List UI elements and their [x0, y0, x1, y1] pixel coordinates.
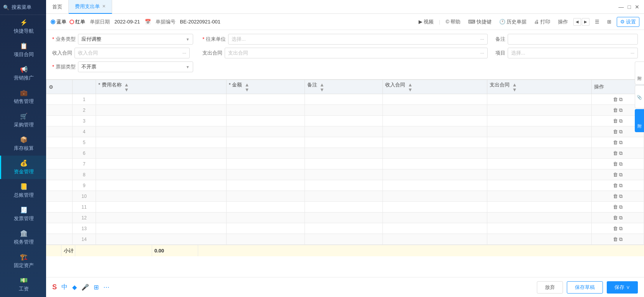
sidebar-item-invoice[interactable]: 🧾 发票管理	[0, 202, 46, 226]
row-copy-icon[interactable]: ⧉	[619, 172, 622, 178]
row-name-cell[interactable]	[96, 126, 227, 137]
col-settings-header[interactable]: ⚙	[46, 80, 73, 94]
row-income-cell[interactable]	[383, 234, 487, 245]
row-expense-cell[interactable]	[487, 180, 592, 191]
row-name-cell[interactable]	[96, 212, 227, 223]
history-btn[interactable]: 🕐 历史单据	[497, 18, 529, 26]
float-tab-3[interactable]: 附	[635, 109, 644, 132]
operation-btn[interactable]: 操作	[556, 18, 570, 26]
radio-blue[interactable]: 蓝单	[51, 18, 66, 25]
nav-next[interactable]: ▶	[582, 18, 589, 26]
row-income-cell[interactable]	[383, 94, 487, 105]
row-expense-cell[interactable]	[487, 212, 592, 223]
print-btn[interactable]: 🖨 打印	[532, 18, 553, 26]
row-delete-icon[interactable]: 🗑	[613, 150, 618, 156]
col-expense-header[interactable]: 支出合同 ▲▼	[487, 80, 592, 94]
sidebar-item-capital[interactable]: 💰 资金管理	[0, 156, 46, 179]
col-amount-sort[interactable]: ▲▼	[245, 82, 250, 92]
row-copy-icon[interactable]: ⧉	[619, 204, 622, 210]
row-name-cell[interactable]	[96, 180, 227, 191]
tab-expense[interactable]: 费用支出单 ✕	[69, 0, 112, 14]
row-copy-icon[interactable]: ⧉	[619, 139, 622, 145]
video-btn[interactable]: ▶ 视频	[416, 18, 436, 26]
row-note-cell[interactable]	[305, 105, 383, 116]
row-delete-icon[interactable]: 🗑	[613, 226, 618, 231]
row-expense-cell[interactable]	[487, 116, 592, 126]
sidebar-item-inventory[interactable]: 📦 库存核算	[0, 132, 46, 156]
row-name-cell[interactable]	[96, 169, 227, 180]
row-delete-icon[interactable]: 🗑	[613, 215, 618, 221]
row-copy-icon[interactable]: ⧉	[619, 150, 622, 156]
project-input[interactable]: 选择... ···	[508, 48, 638, 58]
row-income-cell[interactable]	[383, 126, 487, 137]
diamond-icon[interactable]: ◆	[72, 284, 77, 291]
row-amount-cell[interactable]	[226, 202, 305, 212]
row-amount-cell[interactable]	[226, 223, 305, 234]
float-tab-2[interactable]: 📎	[635, 85, 644, 108]
row-delete-icon[interactable]: 🗑	[613, 172, 618, 178]
sidebar-item-accounting[interactable]: 📒 总账管理	[0, 179, 46, 202]
row-expense-cell[interactable]	[487, 105, 592, 116]
row-name-cell[interactable]	[96, 148, 227, 159]
row-note-cell[interactable]	[305, 191, 383, 202]
row-amount-cell[interactable]	[226, 126, 305, 137]
row-expense-cell[interactable]	[487, 169, 592, 180]
minimize-btn[interactable]: —	[619, 4, 624, 10]
row-note-cell[interactable]	[305, 169, 383, 180]
sidebar-item-sales[interactable]: 💼 销售管理	[0, 85, 46, 109]
dots-bottom-icon[interactable]: ⋯	[103, 284, 109, 291]
save-button[interactable]: 保存 ∨	[607, 281, 638, 294]
note-input[interactable]	[508, 34, 638, 45]
row-delete-icon[interactable]: 🗑	[613, 129, 618, 134]
sidebar-item-quick-nav[interactable]: ⚡ 快捷导航	[0, 15, 46, 38]
shuang-logo-icon[interactable]: S	[52, 283, 57, 291]
row-delete-icon[interactable]: 🗑	[613, 118, 618, 124]
row-delete-icon[interactable]: 🗑	[613, 193, 618, 199]
row-delete-icon[interactable]: 🗑	[613, 204, 618, 210]
row-copy-icon[interactable]: ⧉	[619, 236, 622, 242]
row-income-cell[interactable]	[383, 169, 487, 180]
row-copy-icon[interactable]: ⧉	[619, 193, 622, 199]
nav-prev[interactable]: ◀	[573, 18, 581, 26]
row-delete-icon[interactable]: 🗑	[613, 139, 618, 145]
row-expense-cell[interactable]	[487, 234, 592, 245]
row-expense-cell[interactable]	[487, 148, 592, 159]
row-expense-cell[interactable]	[487, 191, 592, 202]
row-income-cell[interactable]	[383, 191, 487, 202]
row-delete-icon[interactable]: 🗑	[613, 236, 618, 242]
sidebar-item-fixed-assets[interactable]: 🏗️ 固定资产	[0, 249, 46, 273]
row-income-cell[interactable]	[383, 137, 487, 148]
row-note-cell[interactable]	[305, 212, 383, 223]
row-amount-cell[interactable]	[226, 148, 305, 159]
grid-bottom-icon[interactable]: ⊞	[94, 284, 99, 291]
sidebar-search[interactable]: 🔍 搜索菜单	[0, 0, 46, 15]
view-list-btn[interactable]: ☰	[593, 18, 602, 25]
col-note-sort[interactable]: ▲▼	[320, 82, 324, 92]
row-note-cell[interactable]	[305, 223, 383, 234]
row-copy-icon[interactable]: ⧉	[619, 118, 622, 124]
row-amount-cell[interactable]	[226, 191, 305, 202]
col-name-sort[interactable]: ▲▼	[124, 82, 129, 92]
sidebar-item-project-contract[interactable]: 📋 项目合同	[0, 38, 46, 62]
row-note-cell[interactable]	[305, 148, 383, 159]
expense-contract-input[interactable]: 支出合同 ···	[225, 48, 488, 58]
shortcut-btn[interactable]: ⌨ 快捷键	[466, 18, 494, 26]
row-name-cell[interactable]	[96, 191, 227, 202]
setting-btn[interactable]: ⚙ 设置	[617, 17, 639, 27]
tab-home[interactable]: 首页	[46, 0, 69, 14]
row-delete-icon[interactable]: 🗑	[613, 96, 618, 102]
row-income-cell[interactable]	[383, 223, 487, 234]
row-copy-icon[interactable]: ⧉	[619, 96, 622, 102]
row-name-cell[interactable]	[96, 223, 227, 234]
row-expense-cell[interactable]	[487, 137, 592, 148]
row-amount-cell[interactable]	[226, 212, 305, 223]
row-delete-icon[interactable]: 🗑	[613, 107, 618, 113]
row-amount-cell[interactable]	[226, 159, 305, 169]
row-delete-icon[interactable]: 🗑	[613, 161, 618, 167]
row-expense-cell[interactable]	[487, 159, 592, 169]
discard-button[interactable]: 放弃	[537, 281, 563, 294]
row-expense-cell[interactable]	[487, 126, 592, 137]
row-delete-icon[interactable]: 🗑	[613, 183, 618, 188]
row-note-cell[interactable]	[305, 116, 383, 126]
view-grid-btn[interactable]: ⊞	[605, 18, 614, 25]
